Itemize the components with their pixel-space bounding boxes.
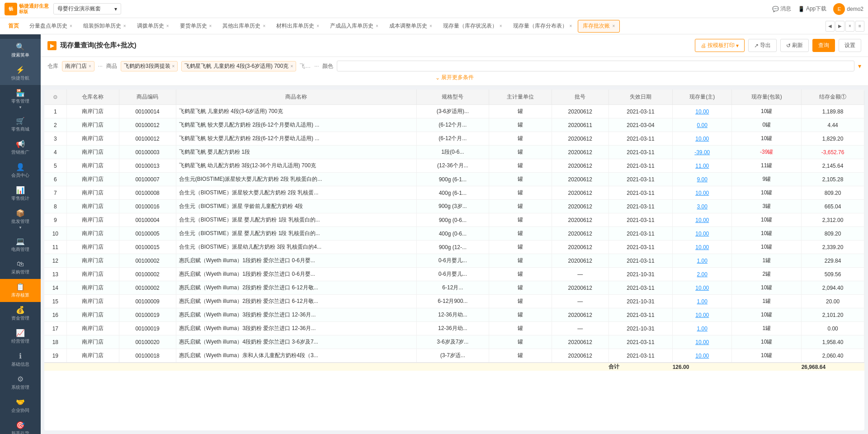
tab-cai-liao-close[interactable]: × [316, 24, 319, 28]
tab-chan-cheng-close[interactable]: × [376, 24, 378, 28]
sidebar-toggle-btn[interactable]: ▶ [47, 41, 57, 50]
qty-link[interactable]: 3.00 [697, 203, 708, 210]
tab-xian-cun-zt[interactable]: 现存量（库存状况表） × [438, 20, 507, 33]
tab-qi-ta-chu[interactable]: 其他出库单历史 × [217, 20, 270, 33]
settings-col-icon[interactable]: ⚙ [53, 94, 58, 100]
qty-link[interactable]: 10.00 [695, 231, 709, 237]
sidebar-item-marketing[interactable]: 📢 营销推广 [0, 136, 41, 159]
inventory-icon: 📋 [16, 283, 25, 291]
qty-link[interactable]: 9.00 [697, 176, 708, 183]
qty-link[interactable]: 10.00 [695, 217, 709, 223]
tab-next-btn[interactable]: ▶ [835, 21, 844, 32]
sidebar-item-purchase[interactable]: 🛍 采购管理 [0, 256, 41, 279]
sidebar-item-finance[interactable]: 💰 资金管理 [0, 302, 41, 325]
table-row: 10 南岸门店 00100005 合生元（BIOSTIME）派星 婴儿配方奶粉 … [44, 227, 864, 241]
sidebar-item-enterprise[interactable]: 🤝 企业协同 [0, 394, 41, 417]
sidebar-item-search[interactable]: 🔍 搜索英单 [0, 39, 41, 62]
table-footer: 合计 126.00 26,968.64 [44, 363, 864, 371]
table-row: 19 南岸门店 00100018 惠氏启赋（Wyeth illuma）亲和人体儿… [44, 349, 864, 363]
sidebar-item-sys-mgmt[interactable]: ⚙ 系统管理 [0, 371, 41, 394]
warehouse-tag-close[interactable]: × [89, 64, 91, 69]
qty-link[interactable]: 1.00 [697, 298, 708, 305]
qty-link[interactable]: 0.00 [697, 122, 708, 128]
sidebar-item-quick-nav[interactable]: ⚡ 快捷导航 [0, 62, 41, 85]
tab-cheng-ben-close[interactable]: × [429, 24, 432, 28]
sidebar-item-inventory[interactable]: 📋 库存核算 [0, 279, 41, 302]
app-download-btn[interactable]: 📱 App下载 [798, 5, 826, 13]
tab-qi-ta-close[interactable]: × [263, 24, 265, 28]
quick-nav-icon: ⚡ [16, 66, 25, 74]
qty-link[interactable]: 10.00 [695, 136, 709, 142]
export-btn[interactable]: ↗ 导出 [748, 39, 777, 52]
qty-link[interactable]: 10.00 [695, 285, 709, 291]
tab-yao-huo-close[interactable]: × [209, 24, 212, 28]
refresh-btn[interactable]: ↺ 刷新 [780, 39, 809, 52]
company-select[interactable]: 母婴行业演示账套 ▾ [53, 3, 121, 14]
sidebar-item-new-guide[interactable]: 🎯 新手引导 [0, 417, 41, 434]
product-more-dots[interactable]: 飞… [300, 62, 311, 70]
qty-link[interactable]: -39.00 [694, 149, 710, 156]
qty-link[interactable]: 11.00 [695, 163, 709, 169]
qty-link[interactable]: 10.00 [695, 190, 709, 196]
sidebar-item-member[interactable]: 👤 会员中心 [0, 159, 41, 182]
tab-diao-bo-close[interactable]: × [166, 24, 169, 28]
operation-icon: 📈 [16, 329, 25, 337]
settings-btn[interactable]: 设置 [839, 39, 861, 52]
sidebar-item-operation[interactable]: 📈 经营管理 [0, 325, 41, 348]
expand-filters-btn[interactable]: ⌄ 展开更多条件 [435, 74, 474, 81]
table-row: 17 南岸门店 00100019 惠氏启赋（Wyeth illuma）3段奶粉 … [44, 322, 864, 335]
warehouse-filter-label: 仓库 [47, 62, 58, 70]
tab-fen-pan-close[interactable]: × [70, 24, 72, 28]
tab-diao-bo[interactable]: 调拨单历史 × [132, 20, 174, 33]
tab-cai-liao[interactable]: 材料出库单历史 × [271, 20, 324, 33]
color-filter-input[interactable] [337, 61, 854, 71]
top-right-area: 💬 消息 📱 App下载 E demo2 [772, 3, 863, 15]
product-tag-1-close[interactable]: × [172, 64, 175, 69]
sidebar-item-retail-shop[interactable]: 🛒 零售商城 [0, 113, 41, 136]
query-btn[interactable]: 查询 [812, 39, 835, 52]
qty-link[interactable]: 10.00 [695, 108, 709, 115]
tab-home[interactable]: 首页 [4, 20, 24, 33]
qty-link[interactable]: 1.00 [697, 326, 708, 332]
qty-link[interactable]: 10.00 [695, 244, 709, 250]
print-template-btn[interactable]: 🖨 按模板打印 ▾ [695, 39, 745, 52]
sidebar-item-wholesale[interactable]: 📦 批发管理 ▼ [0, 205, 41, 233]
product-tag-2-close[interactable]: × [290, 64, 293, 69]
tab-xian-cun-fb-close[interactable]: × [570, 24, 572, 28]
th-code: 商品编码 [119, 90, 176, 105]
qty-link[interactable]: 10.00 [695, 339, 709, 345]
message-btn[interactable]: 💬 消息 [772, 5, 791, 13]
qty-link[interactable]: 10.00 [695, 312, 709, 318]
sidebar-item-retail-stat[interactable]: 📊 零售统计 [0, 182, 41, 205]
user-avatar[interactable]: E demo2 [833, 3, 863, 15]
product-extra-dots[interactable]: ··· [314, 63, 319, 69]
sidebar-item-retail-mgmt[interactable]: 🏪 零售管理 ▼ [0, 85, 41, 113]
tab-zu-chai[interactable]: 组装拆卸单历史 × [78, 20, 131, 33]
tab-xian-cun-fb[interactable]: 现存量（库存分布表） × [508, 20, 577, 33]
table-row: 11 南岸门店 00100015 合生元（BIOSTIME）派星幼儿配方奶粉 3… [44, 241, 864, 254]
tab-fen-pan[interactable]: 分量盘点单历史 × [24, 20, 77, 33]
th-settings[interactable]: ⚙ [44, 90, 66, 105]
tab-xian-cun-zt-close[interactable]: × [500, 24, 502, 28]
tab-yao-huo[interactable]: 要货单历史 × [175, 20, 217, 33]
tab-cheng-ben[interactable]: 成本调整单历史 × [384, 20, 437, 33]
finance-icon: 💰 [16, 306, 25, 314]
qty-link[interactable]: 10.00 [695, 353, 709, 359]
qty-link[interactable]: 1.00 [697, 258, 708, 264]
tab-zu-chai-close[interactable]: × [123, 24, 126, 28]
color-dropdown-icon[interactable]: ▾ [858, 62, 861, 70]
warehouse-more-dots[interactable]: ··· [98, 63, 103, 69]
tab-ku-pi-ci[interactable]: 库存批次账 × [578, 20, 620, 33]
footer-total-amount: 26,968.64 [802, 363, 864, 371]
tab-close-all-btn[interactable]: × [845, 21, 854, 32]
qty-link[interactable]: 2.00 [697, 271, 708, 278]
tab-chan-cheng[interactable]: 产成品入库单历史 × [325, 20, 383, 33]
retail-shop-icon: 🛒 [16, 117, 25, 125]
product-filter-label: 商品 [106, 62, 117, 70]
tab-ku-pi-ci-close[interactable]: × [612, 24, 615, 28]
logo-name: 畅捷通好生意 [19, 3, 49, 9]
sidebar-item-ecommerce[interactable]: 💻 电商管理 [0, 233, 41, 256]
tab-menu-btn[interactable]: ≡ [855, 21, 864, 32]
tab-prev-btn[interactable]: ◀ [826, 21, 835, 32]
sidebar-item-basic-info[interactable]: ℹ 基础信息 [0, 348, 41, 371]
